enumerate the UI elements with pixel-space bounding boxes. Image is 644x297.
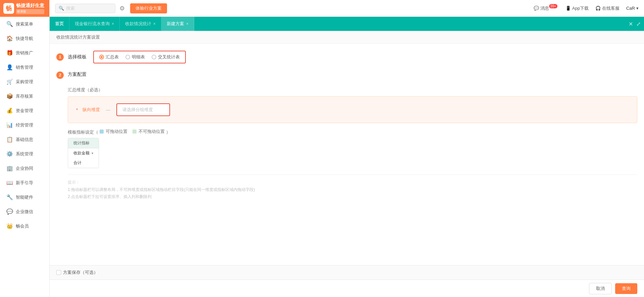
content-inner: 收款情况统计方案设置 1 选择模板 汇总表 明细表 [50, 31, 644, 280]
metrics-row[interactable]: 收款金额 ▾ [68, 148, 99, 158]
step2-row: 2 方案配置 [56, 71, 637, 79]
radio-dot-summary [99, 55, 104, 59]
gear-icon[interactable]: ⚙ [119, 5, 125, 12]
sidebar-item-label: 新手引导 [16, 180, 33, 186]
tab-cashflow[interactable]: 现金银行流水查询 × [69, 17, 120, 31]
dimension-input[interactable]: 请选择分组维度 [116, 103, 170, 116]
sidebar-item-operations[interactable]: 📊 经营管理 [0, 118, 49, 132]
search-icon: 🔍 [6, 21, 13, 27]
tab-newplan[interactable]: 新建方案 × [161, 17, 194, 31]
form-content: 1 选择模板 汇总表 明细表 交叉统计表 [50, 44, 644, 265]
step1-row: 1 选择模板 汇总表 明细表 交叉统计表 [56, 51, 637, 63]
sidebar-item-hardware[interactable]: 🔧 智能硬件 [0, 190, 49, 204]
radio-detail[interactable]: 明细表 [125, 54, 145, 60]
sidebar-item-wechat[interactable]: 💬 企业微信 [0, 204, 49, 219]
settings-icon: ⚙️ [6, 151, 13, 157]
content-area: 收款情况统计方案设置 1 选择模板 汇总表 明细表 [50, 31, 644, 280]
money-icon: 💰 [6, 107, 13, 114]
gift-icon: 🎁 [6, 50, 13, 56]
sidebar-item-guide[interactable]: 📖 新手引导 [0, 176, 49, 190]
save-option-checkbox[interactable]: 方案保存（可选） [56, 269, 98, 276]
tabbar: 首页 现金银行流水查询 × 收款情况统计 × 新建方案 × ✕ ⤢ [50, 17, 644, 31]
tab-home-label: 首页 [55, 21, 64, 27]
dimension-section: 汇总维度（必选） * 纵向维度 — 请选择分组维度 [68, 87, 637, 123]
sidebar-item-purchase[interactable]: 🛒 采购管理 [0, 75, 49, 89]
sidebar-item-label: 库存核算 [16, 93, 33, 99]
sidebar-item-search[interactable]: 🔍 搜索菜单 [0, 17, 49, 31]
radio-summary[interactable]: 汇总表 [99, 54, 119, 60]
building-icon: 🏢 [6, 165, 13, 171]
logo-text: 畅捷通好生意 [16, 3, 44, 8]
book-icon: 📖 [6, 180, 13, 186]
page-title: 收款情况统计方案设置 [50, 31, 644, 44]
tab-home[interactable]: 首页 [50, 17, 69, 31]
tab-receipts[interactable]: 收款情况统计 × [120, 17, 161, 31]
topbar: 🔍 搜索 ⚙ 体验行业方案 💬 消息 99+ 📱 App下载 🎧 在线客服 Ca… [50, 0, 644, 17]
radio-summary-label: 汇总表 [106, 54, 119, 60]
tip1: 1.拖动标题栏可以调整布局，不可跨维度或指标区域拖动栏目字段(只能在同一维度或指… [68, 186, 637, 194]
wrench-icon: 🔧 [6, 194, 13, 200]
sidebar-item-basic[interactable]: 📋 基础信息 [0, 132, 49, 147]
tab-receipts-close[interactable]: × [153, 21, 156, 26]
sidebar-item-label: 经营管理 [16, 122, 33, 128]
sidebar-item-sales[interactable]: 👤 销售管理 [0, 60, 49, 75]
tips-section: 提示： 1.拖动标题栏可以调整布局，不可跨维度或指标区域拖动栏目字段(只能在同一… [68, 175, 637, 201]
headset-icon: 🎧 [595, 6, 601, 11]
tab-receipts-label: 收款情况统计 [125, 21, 151, 27]
query-button[interactable]: 查询 [615, 283, 637, 294]
trial-button[interactable]: 体验行业方案 [130, 3, 167, 13]
sidebar-item-marketing[interactable]: 🎁 营销推广 [0, 46, 49, 60]
bottom-section: 方案保存（可选） [50, 265, 644, 280]
metrics-header: 统计指标 [68, 138, 99, 148]
sidebar-item-label: 采购管理 [16, 79, 33, 85]
sidebar-item-label: 营销推广 [16, 50, 33, 56]
tip2: 2.点击标题栏下拉可设置排序、插入列和删除列 [68, 193, 637, 201]
footer-bar: 取消 查询 [50, 280, 644, 297]
required-mark: * [76, 107, 78, 112]
tab-newplan-close[interactable]: × [186, 21, 189, 26]
window-controls: ✕ ⤢ [625, 17, 644, 31]
dimension-row: * 纵向维度 — 请选择分组维度 [76, 103, 629, 116]
sidebar-item-label: 系统管理 [16, 151, 33, 157]
app-download-item[interactable]: 📱 App下载 [566, 5, 589, 11]
sidebar-item-finance[interactable]: 💰 资金管理 [0, 103, 49, 118]
dimension-area: * 纵向维度 — 请选择分组维度 [68, 96, 637, 123]
sidebar-item-system[interactable]: ⚙️ 系统管理 [0, 147, 49, 161]
search-box[interactable]: 🔍 搜索 [55, 4, 115, 13]
notification-item[interactable]: 💬 消息 99+ [534, 5, 559, 11]
sidebar-item-label: 智能硬件 [16, 194, 33, 200]
tips-title: 提示： [68, 180, 80, 185]
sidebar-item-label: 快捷导航 [16, 36, 33, 42]
box-icon: 📦 [6, 93, 13, 99]
close-window-icon[interactable]: ✕ [629, 21, 633, 27]
main-area: 🔍 搜索 ⚙ 体验行业方案 💬 消息 99+ 📱 App下载 🎧 在线客服 Ca… [50, 0, 644, 297]
maximize-window-icon[interactable]: ⤢ [636, 21, 641, 27]
metrics-total: 合计 [68, 158, 99, 168]
metrics-chevron-icon[interactable]: ▾ [92, 151, 93, 155]
sidebar-item-inventory[interactable]: 📦 库存核算 [0, 89, 49, 103]
sidebar-item-enterprise[interactable]: 🏢 企业协同 [0, 161, 49, 176]
username-item[interactable]: CaR ▾ [626, 6, 639, 11]
tab-cashflow-close[interactable]: × [112, 21, 114, 26]
sidebar-item-quicknav[interactable]: 🏠 快捷导航 [0, 31, 49, 46]
checkbox-box[interactable] [56, 270, 61, 275]
radio-dot-detail [125, 55, 130, 59]
online-service-item[interactable]: 🎧 在线客服 [595, 5, 620, 11]
sidebar-item-member[interactable]: 👑 畅会员 [0, 219, 49, 233]
cart-icon: 🛒 [6, 79, 13, 85]
template-selector: 汇总表 明细表 交叉统计表 [93, 51, 186, 63]
sidebar-logo: 畅 畅捷通好生意 标准版 [0, 0, 49, 17]
metrics-label: 模板指标设定（ 可拖动位置 不可拖动位置 ） [68, 129, 637, 135]
person-icon: 👤 [6, 64, 13, 70]
sidebar-item-label: 基础信息 [16, 137, 33, 143]
tab-cashflow-label: 现金银行流水查询 [75, 21, 110, 27]
username-label: CaR [626, 6, 635, 11]
metrics-section: 模板指标设定（ 可拖动位置 不可拖动位置 ） 统计 [68, 129, 637, 169]
chart-icon: 📊 [6, 122, 13, 128]
list-icon: 📋 [6, 136, 13, 143]
sidebar-item-label: 企业协同 [16, 165, 33, 171]
save-option-label: 方案保存（可选） [63, 269, 98, 276]
cancel-button[interactable]: 取消 [589, 283, 612, 294]
radio-cross[interactable]: 交叉统计表 [152, 54, 180, 60]
legend-draggable-label: 可拖动位置 [106, 129, 127, 135]
